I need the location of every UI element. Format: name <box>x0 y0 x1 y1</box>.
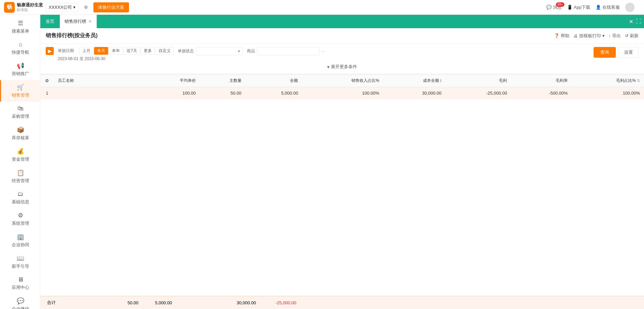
th-sales-pct: 销售收入占比% <box>302 74 383 87</box>
page-title: 销售排行榜(按业务员) <box>46 32 98 39</box>
sidebar-label-operations: 经营管理 <box>12 178 29 184</box>
tab-home[interactable]: 首页 <box>40 15 60 28</box>
tab-close-icon[interactable]: ✕ <box>88 19 92 24</box>
data-table: ⚙ 员工名称 平均单价 主数量 全额 销售收入占比% 成本全额 ℹ 毛利 毛利率… <box>40 74 644 99</box>
sidebar-item-sales[interactable]: 🛒 销售管理 <box>0 80 40 102</box>
date-label: 单据日期 <box>58 48 74 54</box>
cell-avg-price: 100.00 <box>145 87 200 99</box>
logo-text: 畅康通好生意 标准版 <box>17 2 43 12</box>
expand-arrow-icon: ▾ <box>327 64 330 69</box>
expand-more-button[interactable]: ▾ 展开更多条件 <box>46 62 639 70</box>
company-selector[interactable]: XXXXX公司 ▾ <box>46 3 79 12</box>
export-button[interactable]: ↑ 导出 <box>609 33 621 39</box>
date-btn-7days[interactable]: 近7天 <box>124 47 140 55</box>
sidebar-label-enterprise: 企业协同 <box>12 242 29 248</box>
profit-sort-icon[interactable]: ⇅ <box>637 79 640 83</box>
sidebar-item-operations[interactable]: 📋 经营管理 <box>0 166 40 187</box>
sidebar-item-guide[interactable]: 📖 新手引导 <box>0 251 40 273</box>
settings-button[interactable]: 设置 <box>618 47 639 58</box>
system-icon: ⚙ <box>18 212 23 219</box>
table-header-row: ⚙ 员工名称 平均单价 主数量 全额 销售收入占比% 成本全额 ℹ 毛利 毛利率… <box>40 74 644 87</box>
date-btn-last-month[interactable]: 上月 <box>79 47 93 55</box>
message-icon: 💬 <box>546 5 552 10</box>
expand-more-label: 展开更多条件 <box>331 64 357 70</box>
basic-info-icon: 🗂 <box>17 191 24 198</box>
help-label: 帮助 <box>561 33 569 39</box>
marketing-icon: 📢 <box>17 62 24 69</box>
sidebar-item-wechat[interactable]: 💬 企业微信 <box>0 294 40 309</box>
help-icon: ❓ <box>554 33 559 38</box>
tab-fullscreen-icon[interactable]: ⛶ <box>636 18 641 24</box>
tab-sales-ranking[interactable]: 销售排行榜 ✕ <box>60 15 97 28</box>
refresh-button[interactable]: ↺ 刷新 <box>625 33 639 39</box>
total-label: 合计 <box>44 300 112 306</box>
goods-input[interactable] <box>257 47 319 55</box>
sidebar-label-basic-info: 基础信息 <box>12 199 29 205</box>
top-bar: 畅 畅康通好生意 标准版 XXXXX公司 ▾ ⚙ 体验行业方案 💬 消息 99+… <box>0 0 644 15</box>
filter-toggle-icon[interactable]: ▶ <box>46 47 54 55</box>
sidebar-item-marketing[interactable]: 📢 营销推广 <box>0 59 40 80</box>
main-layout: ☰ 搜索菜单 ⌂ 快捷导航 📢 营销推广 🛒 销售管理 🛍 采购管理 📦 库存核… <box>0 15 644 309</box>
sidebar-label-wechat: 企业微信 <box>12 306 29 309</box>
status-label: 单据状态 <box>178 48 194 54</box>
try-industry-button[interactable]: 体验行业方案 <box>93 2 129 12</box>
message-badge: 99+ <box>556 2 564 7</box>
operations-icon: 📋 <box>17 169 24 176</box>
sidebar-item-system[interactable]: ⚙ 系统管理 <box>0 208 40 230</box>
cell-qty: 50.00 <box>200 87 246 99</box>
sidebar-item-app-center[interactable]: 🖥 应用中心 <box>0 273 40 294</box>
table-footer: 合计 50.00 5,000.00 30,000.00 -25,000.00 <box>40 296 644 309</box>
filter-right-actions: 查询 设置 <box>594 47 639 58</box>
table-settings-icon[interactable]: ⚙ <box>45 78 49 83</box>
tab-bar-right: ✕ ⛶ <box>629 18 644 25</box>
status-select[interactable] <box>196 47 243 55</box>
date-btn-this-year[interactable]: 本年 <box>109 47 123 55</box>
table-body: 1 100.00 50.00 5,000.00 100.00% 30,000.0… <box>40 87 644 99</box>
tab-close-window-icon[interactable]: ✕ <box>629 18 633 25</box>
inventory-icon: 📦 <box>17 126 24 134</box>
sidebar-label-guide: 新手引导 <box>12 263 29 269</box>
logo-area: 畅 畅康通好生意 标准版 <box>4 2 43 13</box>
sidebar-item-search-order[interactable]: ☰ 搜索菜单 <box>0 16 40 38</box>
settings-icon[interactable]: ⚙ <box>81 3 91 12</box>
print-icon: 🖨 <box>573 33 578 38</box>
sidebar-label-sales: 销售管理 <box>12 92 29 98</box>
sidebar-item-finance[interactable]: 💰 资金管理 <box>0 144 40 166</box>
app-center-icon: 🖥 <box>17 276 24 283</box>
th-margin: 毛利率 <box>511 74 571 87</box>
goods-more-icon[interactable]: ··· <box>321 49 325 54</box>
th-amount: 全额 <box>246 74 302 87</box>
th-name: 员工名称 <box>54 74 145 87</box>
print-button[interactable]: 🖨 按模板打印 ▾ <box>573 33 605 39</box>
app-download-button[interactable]: 📱 App下载 <box>567 4 590 10</box>
cell-rank: 1 <box>40 87 54 99</box>
top-bar-left: 畅 畅康通好生意 标准版 XXXXX公司 ▾ ⚙ 体验行业方案 <box>4 2 129 13</box>
cell-profit-pct: 100.00% <box>572 87 644 99</box>
sidebar-item-inventory[interactable]: 📦 库存核算 <box>0 123 40 144</box>
cost-info-icon[interactable]: ℹ <box>440 79 441 83</box>
sidebar-item-basic-info[interactable]: 🗂 基础信息 <box>0 187 40 208</box>
sidebar-label-quick-nav: 快捷导航 <box>12 49 29 55</box>
sidebar-item-enterprise[interactable]: 🏢 企业协同 <box>0 230 40 251</box>
date-btn-this-month[interactable]: 本月 <box>94 47 108 55</box>
date-btn-group: 上月 本月 本年 近7天 更多 自定义 <box>79 47 174 55</box>
online-service-button[interactable]: 👤 在线客服 <box>596 4 620 10</box>
print-arrow-icon: ▾ <box>602 33 605 38</box>
avatar[interactable] <box>625 3 635 12</box>
sidebar-item-quick-nav[interactable]: ⌂ 快捷导航 <box>0 38 40 59</box>
sidebar-item-purchase[interactable]: 🛍 采购管理 <box>0 102 40 123</box>
app-label: App下载 <box>574 4 590 10</box>
sidebar-label-finance: 资金管理 <box>12 156 29 162</box>
message-button[interactable]: 💬 消息 99+ <box>546 4 562 10</box>
date-range: 2023-06-01 至 2023-06-30 <box>58 56 174 62</box>
tab-sales-ranking-label: 销售排行榜 <box>65 18 86 24</box>
page-header: 销售排行榜(按业务员) ❓ 帮助 🖨 按模板打印 ▾ ↑ 导出 ↺ 刷新 <box>40 28 644 44</box>
date-btn-more[interactable]: 更多 <box>141 47 155 55</box>
query-button[interactable]: 查询 <box>594 47 616 58</box>
wechat-icon: 💬 <box>17 297 24 305</box>
help-button[interactable]: ❓ 帮助 <box>554 33 569 39</box>
sidebar: ☰ 搜索菜单 ⌂ 快捷导航 📢 营销推广 🛒 销售管理 🛍 采购管理 📦 库存核… <box>0 15 40 309</box>
date-btn-custom[interactable]: 自定义 <box>156 47 174 55</box>
top-bar-right: 💬 消息 99+ 📱 App下载 👤 在线客服 <box>546 3 640 12</box>
filter-area: ▶ 单据日期 上月 本月 本年 近7天 更多 自定义 <box>40 44 644 74</box>
